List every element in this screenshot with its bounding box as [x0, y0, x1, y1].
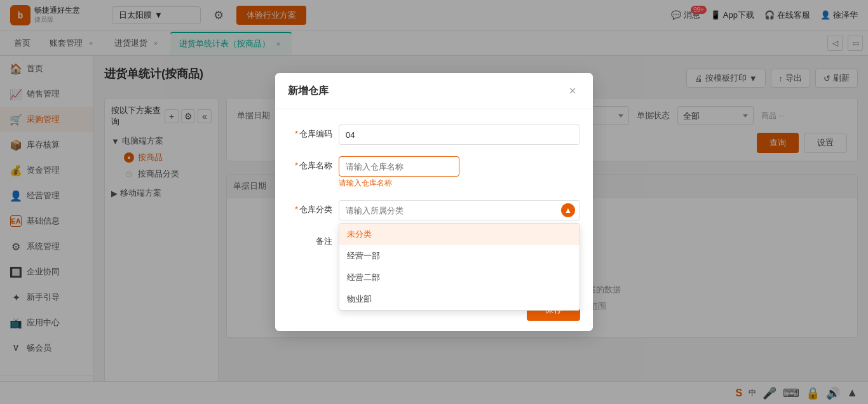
form-row-category: *仓库分类 ▲ 未分类 经营一部 经营二部 物业部: [288, 200, 580, 220]
category-select-wrapper: ▲ 未分类 经营一部 经营二部 物业部: [339, 200, 580, 220]
category-dropdown-list: 未分类 经营一部 经营二部 物业部: [339, 223, 580, 311]
category-input[interactable]: [339, 200, 580, 220]
name-label: *仓库名称: [288, 156, 339, 172]
modal-backdrop[interactable]: 新增仓库 × *仓库编码 *仓库名称: [0, 0, 868, 404]
form-row-code: *仓库编码: [288, 125, 580, 145]
name-input[interactable]: [339, 156, 459, 177]
modal-new-warehouse: 新增仓库 × *仓库编码 *仓库名称: [275, 73, 593, 331]
modal-title: 新增仓库: [288, 84, 329, 98]
category-label: *仓库分类: [288, 200, 339, 215]
form-row-name: *仓库名称 请输入仓库名称: [288, 156, 580, 189]
dropdown-item-dept2[interactable]: 经营二部: [339, 267, 580, 288]
modal-header: 新增仓库 ×: [275, 73, 593, 109]
code-input[interactable]: [339, 125, 580, 145]
dropdown-item-dept1[interactable]: 经营一部: [339, 245, 580, 267]
modal-body: *仓库编码 *仓库名称 请输入仓库名称: [275, 109, 593, 292]
name-error-msg: 请输入仓库名称: [339, 178, 392, 189]
dropdown-item-property[interactable]: 物业部: [339, 288, 580, 310]
modal-close-button[interactable]: ×: [565, 83, 580, 98]
notes-label: 备注: [288, 232, 339, 247]
code-label: *仓库编码: [288, 125, 339, 140]
dropdown-item-unclassified[interactable]: 未分类: [339, 224, 580, 245]
